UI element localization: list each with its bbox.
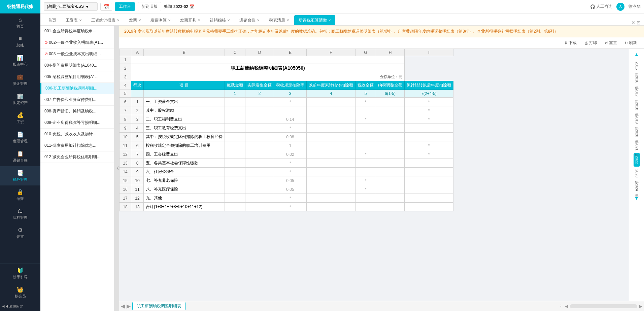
cell-h[interactable]	[376, 185, 405, 194]
cell-c[interactable]	[225, 141, 245, 150]
cell-g[interactable]	[355, 168, 376, 176]
cell-d[interactable]	[245, 133, 274, 141]
year-item[interactable]: 2020年	[634, 126, 640, 140]
cell-f[interactable]	[307, 185, 355, 194]
cell-i[interactable]: *	[405, 141, 453, 150]
form-list-item-005[interactable]: 005-纳税调整项目明细表(A1...	[40, 71, 114, 83]
sidebar-item-tax-mgmt[interactable]: 📑 税务管理	[0, 166, 40, 185]
cell-h[interactable]	[376, 168, 405, 176]
form-list-item-010[interactable]: 010-免税、减收收入及加计...	[40, 129, 114, 140]
cell-i[interactable]: *	[405, 106, 453, 115]
cell-g[interactable]	[355, 124, 376, 133]
sheet-nav-right[interactable]: ▶	[127, 303, 131, 309]
cell-h[interactable]	[376, 194, 405, 203]
cell-h[interactable]	[376, 150, 405, 159]
cell-c[interactable]	[225, 159, 245, 168]
cell-i[interactable]	[405, 194, 453, 203]
cell-h[interactable]	[376, 141, 405, 150]
close-tab-purchase-ledger[interactable]: ✕	[257, 19, 260, 22]
cell-i[interactable]: *	[405, 115, 453, 124]
year-scroll-down[interactable]: ▼	[633, 194, 640, 202]
close-tab-payroll-report[interactable]: ✕	[117, 19, 120, 22]
cell-d[interactable]	[245, 203, 274, 211]
cell-f[interactable]	[307, 168, 355, 176]
sheet-options-icon[interactable]: ⋮	[559, 304, 563, 309]
sidebar-item-payroll[interactable]: 💰 工资	[0, 109, 40, 128]
year-scroll-up[interactable]: ▲	[633, 50, 640, 58]
cell-g[interactable]	[355, 203, 376, 211]
cell-c[interactable]	[225, 106, 245, 115]
form-list-item-004[interactable]: 004-期间费用明细表(A1040...	[40, 60, 114, 71]
tab-payroll-report[interactable]: 工资统计报表 ✕	[87, 15, 124, 25]
close-tab-invoice[interactable]: ✕	[138, 19, 141, 22]
year-item[interactable]: 2023年	[634, 167, 640, 180]
cell-h[interactable]	[376, 133, 405, 141]
cell-g[interactable]	[355, 141, 376, 150]
sidebar-item-archive[interactable]: 🗂 归档管理	[0, 205, 40, 223]
year-item[interactable]: 2019年	[634, 113, 640, 126]
cell-i[interactable]: *	[405, 98, 453, 106]
user-name[interactable]: 徐淳华	[629, 4, 641, 9]
sidebar-item-report[interactable]: 📊 报表中心	[0, 51, 40, 70]
cell-c[interactable]	[225, 203, 245, 211]
tab-invoice-issue[interactable]: 发票开具 ✕	[176, 15, 205, 25]
cell-c[interactable]	[225, 98, 245, 106]
cell-i[interactable]	[405, 124, 453, 133]
cell-f[interactable]	[307, 203, 355, 211]
support-btn[interactable]: 🎧 人工咨询	[590, 4, 612, 9]
cell-d[interactable]	[245, 168, 274, 176]
form-list-item-009[interactable]: 009-企业所得税弥补亏损明细...	[40, 117, 114, 129]
cell-h[interactable]	[376, 203, 405, 211]
cell-c[interactable]	[225, 124, 245, 133]
cell-i[interactable]: *	[405, 150, 453, 159]
period-calendar-icon[interactable]: 📅	[190, 4, 195, 9]
cell-f[interactable]	[307, 159, 355, 168]
close-tab-purchase-check[interactable]: ✕	[227, 19, 230, 22]
cell-f[interactable]	[307, 133, 355, 141]
cell-f[interactable]	[307, 98, 355, 106]
cell-i[interactable]	[405, 159, 453, 168]
form-list-item-011[interactable]: 011-研发费用加计扣除优惠...	[40, 140, 114, 151]
sidebar-item-home[interactable]: ⌂ 首页	[0, 13, 40, 32]
cell-d[interactable]	[245, 194, 274, 203]
maximize-btn[interactable]: ⊡	[637, 20, 641, 25]
cell-c[interactable]	[225, 150, 245, 159]
tab-home[interactable]: 首页	[44, 15, 61, 25]
cell-h[interactable]	[376, 159, 405, 168]
cell-g[interactable]: *	[355, 150, 376, 159]
sidebar-item-general-ledger[interactable]: ≡ 总账	[0, 32, 40, 51]
cell-c[interactable]	[225, 176, 245, 185]
cell-f[interactable]	[307, 124, 355, 133]
sidebar-item-asset-mgmt[interactable]: 💼 资金管理	[0, 70, 40, 90]
sheet-scroll-bar[interactable]	[570, 304, 637, 308]
cell-i[interactable]	[405, 133, 453, 141]
cell-f[interactable]	[307, 115, 355, 124]
form-list-item-007[interactable]: 007-广告费和业务宣传费明...	[40, 94, 114, 106]
bottom-tab-main[interactable]: 职工薪酬纳税调整明细表	[132, 302, 185, 310]
reset-btn[interactable]: ↺ 重置	[603, 39, 619, 47]
cell-h[interactable]	[376, 98, 405, 106]
cell-f[interactable]	[307, 194, 355, 203]
sidebar-item-settings[interactable]: ⚙ 设置	[0, 223, 40, 243]
cell-c[interactable]	[225, 194, 245, 203]
cell-g[interactable]	[355, 133, 376, 141]
cell-c[interactable]	[225, 115, 245, 124]
cell-d[interactable]	[245, 159, 274, 168]
close-tab-invoice-calc[interactable]: ✕	[168, 19, 171, 22]
year-item[interactable]: 2015年	[634, 59, 640, 72]
year-item[interactable]: 2022年	[634, 153, 640, 167]
cell-g[interactable]	[355, 194, 376, 203]
cell-d[interactable]	[245, 124, 274, 133]
cell-g[interactable]: *	[355, 185, 376, 194]
close-tab-payroll[interactable]: ✕	[79, 19, 82, 22]
sheet-nav-left[interactable]: ◀	[121, 303, 125, 309]
cell-i[interactable]	[405, 203, 453, 211]
cell-g[interactable]: *	[355, 98, 376, 106]
sidebar-item-guide[interactable]: 🔰 新手引导	[0, 264, 40, 283]
cell-h[interactable]	[376, 106, 405, 115]
cell-d[interactable]	[245, 185, 274, 194]
collapse-panel-btn[interactable]: 《	[114, 26, 119, 311]
year-item[interactable]: 2016年	[634, 72, 640, 86]
switch-btn[interactable]: 切到旧版	[138, 2, 161, 11]
close-tab-tax-list[interactable]: ✕	[286, 19, 289, 22]
